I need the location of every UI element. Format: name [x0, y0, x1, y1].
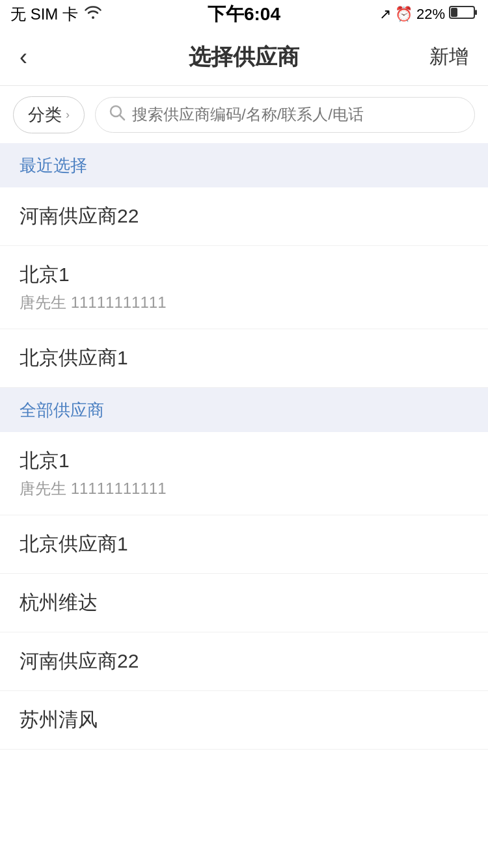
status-right: ↗ ⏰ 22%	[379, 5, 478, 23]
recent-section-label: 最近选择	[20, 154, 87, 177]
item-contact: 唐先生 11111111111	[20, 292, 468, 313]
recent-section-header: 最近选择	[0, 143, 488, 187]
all-section-label: 全部供应商	[20, 399, 104, 422]
item-name: 北京1	[20, 262, 468, 288]
nav-bar: ‹ 选择供应商 新增	[0, 29, 488, 86]
list-item[interactable]: 杭州维达	[0, 574, 488, 632]
list-item[interactable]: 北京供应商1	[0, 515, 488, 574]
svg-line-4	[120, 115, 124, 120]
list-item[interactable]: 河南供应商22	[0, 187, 488, 246]
status-time: 下午6:04	[208, 2, 280, 27]
category-button[interactable]: 分类 ›	[13, 96, 85, 133]
battery-text: 22%	[416, 6, 445, 23]
item-name: 河南供应商22	[20, 203, 468, 230]
all-items-list: 北京1 唐先生 11111111111 北京供应商1 杭州维达 河南供应商22 …	[0, 432, 488, 750]
list-item[interactable]: 河南供应商22	[0, 632, 488, 691]
status-bar: 无 SIM 卡 下午6:04 ↗ ⏰ 22%	[0, 0, 488, 29]
no-sim-text: 无 SIM 卡	[10, 4, 78, 25]
list-item[interactable]: 北京1 唐先生 11111111111	[0, 246, 488, 329]
item-name: 河南供应商22	[20, 648, 468, 675]
svg-rect-1	[475, 10, 477, 15]
filter-row: 分类 ›	[0, 86, 488, 143]
item-name: 北京供应商1	[20, 345, 468, 372]
back-button[interactable]: ‹	[20, 44, 59, 71]
list-item[interactable]: 苏州清风	[0, 691, 488, 750]
item-name: 北京供应商1	[20, 531, 468, 558]
list-item[interactable]: 北京供应商1	[0, 329, 488, 388]
recent-items-list: 河南供应商22 北京1 唐先生 11111111111 北京供应商1	[0, 187, 488, 388]
alarm-icon: ⏰	[395, 6, 413, 23]
item-name: 北京1	[20, 448, 468, 474]
list-item[interactable]: 北京1 唐先生 11111111111	[0, 432, 488, 515]
svg-rect-2	[451, 8, 457, 17]
all-section-header: 全部供应商	[0, 388, 488, 432]
item-contact: 唐先生 11111111111	[20, 478, 468, 499]
search-box	[95, 97, 475, 133]
status-left: 无 SIM 卡	[10, 4, 103, 25]
item-name: 苏州清风	[20, 707, 468, 733]
new-action-button[interactable]: 新增	[429, 44, 468, 70]
page-title: 选择供应商	[189, 42, 299, 72]
search-icon	[109, 104, 126, 126]
item-name: 杭州维达	[20, 590, 468, 616]
chevron-right-icon: ›	[66, 108, 70, 122]
location-icon: ↗	[379, 6, 391, 23]
category-label: 分类	[28, 103, 62, 126]
wifi-icon	[83, 5, 103, 23]
battery-icon	[449, 5, 478, 23]
search-input[interactable]	[132, 105, 461, 124]
